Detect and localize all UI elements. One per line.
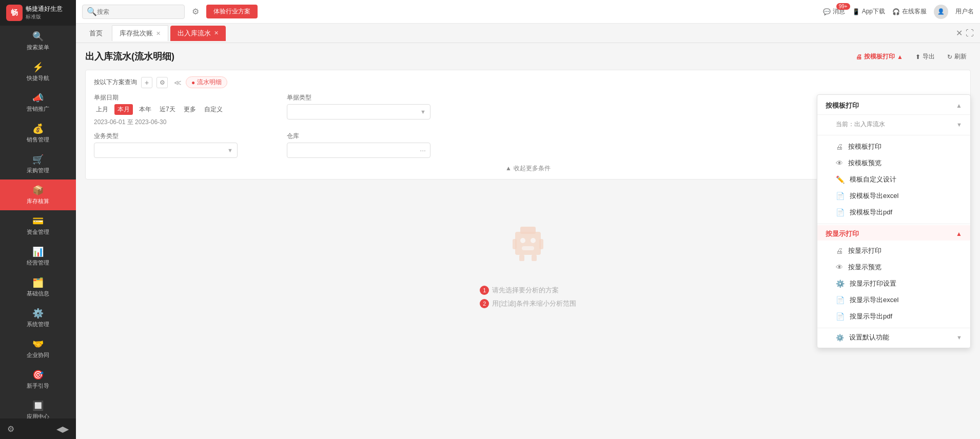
sidebar-item-inventory[interactable]: 📦 库存核算 [0, 179, 76, 210]
dropdown-item-display-print[interactable]: 🖨 按显示打印 [817, 243, 970, 259]
date-this-month[interactable]: 本月 [114, 104, 133, 115]
tab-batch-account-label: 库存批次账 [120, 29, 153, 38]
settings-icon[interactable]: ⚙ [7, 424, 14, 434]
topbar-gear-icon[interactable]: ⚙ [189, 7, 202, 16]
template-items-section: 🖨 按模板打印 👁 按模板预览 ✏️ 模板自定义设计 📄 按模板导出excel … [817, 136, 970, 223]
collab-icon: 🤝 [32, 338, 44, 350]
template-print-menu-label: 按模板打印 [848, 142, 881, 151]
filter-tag-icon: ● [191, 79, 195, 86]
sidebar-item-marketing[interactable]: 📣 营销推广 [0, 87, 76, 118]
date-last-month[interactable]: 上月 [94, 104, 110, 115]
export-icon: ⬆ [915, 53, 920, 61]
filter-tag-label: 流水明细 [197, 78, 222, 87]
date-label: 单据日期 [94, 93, 238, 102]
refresh-btn[interactable]: ↻ 刷新 [943, 50, 971, 63]
tab-batch-account-close[interactable]: ✕ [156, 30, 161, 37]
app-name: 畅捷通好生意 [26, 5, 63, 13]
page-actions: 🖨 按模板打印 ▲ ⬆ 导出 ↻ 刷新 [852, 50, 971, 63]
topbar-messages[interactable]: 💬 消息 99+ [823, 7, 845, 16]
guide-icon: 🎯 [32, 369, 44, 381]
search-input[interactable] [97, 8, 169, 15]
template-preview-icon: 👁 [836, 159, 843, 167]
sidebar-label-finance: 资金管理 [27, 228, 49, 236]
doc-type-select[interactable]: ▼ [287, 104, 430, 119]
dropdown-item-display-preview[interactable]: 👁 按显示预览 [817, 259, 970, 275]
date-more[interactable]: 更多 [182, 104, 198, 115]
industry-btn[interactable]: 体验行业方案 [206, 5, 258, 18]
username[interactable]: 用户名 [955, 7, 974, 16]
sidebar-label-operations: 经营管理 [27, 259, 49, 267]
dropdown-header-arrow[interactable]: ▲ [956, 102, 962, 109]
tab-close-all-btn[interactable]: ✕ [956, 28, 963, 38]
display-section-arrow[interactable]: ▲ [956, 230, 962, 237]
sidebar-item-quick-nav[interactable]: ⚡ 快捷导航 [0, 56, 76, 87]
user-avatar[interactable]: 👤 [934, 5, 948, 19]
tab-inout-flow[interactable]: 出入库流水 ✕ [170, 26, 226, 41]
date-7-days[interactable]: 近7天 [158, 104, 178, 115]
tab-batch-account[interactable]: 库存批次账 ✕ [112, 25, 168, 41]
filter-add-btn[interactable]: + [141, 77, 152, 88]
tab-home[interactable]: 首页 [82, 26, 110, 41]
template-pdf-label: 按模板导出pdf [850, 208, 892, 217]
dropdown-footer-item[interactable]: ⚙️ 设置默认功能 ▼ [817, 329, 970, 346]
tab-inout-flow-close[interactable]: ✕ [214, 30, 219, 36]
tab-maximize-btn[interactable]: ⛶ [966, 28, 974, 38]
date-this-year[interactable]: 本年 [137, 104, 153, 115]
inventory-icon: 📦 [32, 185, 44, 196]
sidebar-label-sales: 销售管理 [27, 136, 49, 144]
sidebar-item-purchase[interactable]: 🛒 采购管理 [0, 149, 76, 179]
sidebar-item-operations[interactable]: 📊 经营管理 [0, 241, 76, 272]
svg-rect-5 [513, 239, 517, 249]
dropdown-item-template-preview[interactable]: 👁 按模板预览 [817, 155, 970, 171]
dropdown-item-display-pdf[interactable]: 📄 按显示导出pdf [817, 308, 970, 325]
sidebar-item-basics[interactable]: 🗂️ 基础信息 [0, 272, 76, 303]
dropdown-item-template-excel[interactable]: 📄 按模板导出excel [817, 188, 970, 204]
sidebar-label-marketing: 营销推广 [27, 105, 49, 113]
tabbar-controls: ✕ ⛶ [956, 28, 974, 38]
filter-collapse-icon[interactable]: ≪ [174, 78, 182, 87]
sidebar-item-guide[interactable]: 🎯 新手引导 [0, 364, 76, 395]
dropdown-item-display-excel[interactable]: 📄 按显示导出excel [817, 292, 970, 308]
collapse-filter-btn[interactable]: ▲ 收起更多条件 [505, 164, 551, 173]
sidebar-item-sales[interactable]: 💰 销售管理 [0, 118, 76, 149]
topbar-app-download[interactable]: 📱 App下载 [852, 7, 885, 16]
dropdown-panel: 按模板打印 ▲ 当前：出入库流水 ▼ 🖨 按模板打印 👁 按模板预览 [817, 94, 971, 348]
sidebar-label-basics: 基础信息 [27, 290, 49, 297]
filter-doc-type-field: 单据类型 ▼ [287, 93, 430, 119]
sidebar-item-apps[interactable]: 🔲 应用中心 [0, 395, 76, 418]
doc-type-arrow-icon: ▼ [420, 109, 426, 115]
sidebar-item-finance[interactable]: 💳 资金管理 [0, 210, 76, 241]
service-label: 在线客服 [902, 7, 927, 16]
sidebar-item-system[interactable]: ⚙️ 系统管理 [0, 303, 76, 333]
logo-icon: 畅 [6, 5, 23, 21]
page-title: 出入库流水(流水明细) [85, 50, 971, 63]
app-logo: 畅 畅捷通好生意 标准版 [0, 0, 76, 26]
date-shortcuts: 上月 本月 本年 近7天 更多 自定义 [94, 104, 238, 115]
dropdown-item-template-custom[interactable]: ✏️ 模板自定义设计 [817, 171, 970, 188]
system-icon: ⚙️ [32, 308, 44, 319]
dropdown-item-display-settings[interactable]: ⚙️ 按显示打印设置 [817, 275, 970, 292]
collapse-sidebar-icon[interactable]: ◀▶ [56, 424, 69, 434]
filter-settings-btn[interactable]: ⚙ [156, 77, 168, 88]
dropdown-item-template-pdf[interactable]: 📄 按模板导出pdf [817, 204, 970, 221]
biz-type-select[interactable]: ▼ [94, 143, 238, 158]
template-preview-label: 按模板预览 [848, 158, 881, 168]
svg-rect-4 [522, 246, 534, 250]
template-print-btn[interactable]: 🖨 按模板打印 ▲ [852, 50, 907, 63]
topbar-search-icon: 🔍 [87, 7, 97, 16]
topbar-search-box[interactable]: 🔍 [82, 5, 185, 19]
empty-state-icon [502, 216, 554, 277]
dropdown-current-section: 当前：出入库流水 ▼ [817, 115, 970, 134]
export-btn[interactable]: ⬆ 导出 [911, 50, 939, 63]
date-custom[interactable]: 自定义 [202, 104, 225, 115]
warehouse-select[interactable]: ··· [287, 143, 430, 158]
dropdown-item-template-print[interactable]: 🖨 按模板打印 [817, 138, 970, 155]
template-custom-label: 模板自定义设计 [850, 175, 896, 184]
topbar-service[interactable]: 🎧 在线客服 [892, 7, 927, 16]
filter-warehouse-field: 仓库 ··· [287, 132, 430, 158]
sidebar-label-purchase: 采购管理 [27, 167, 49, 174]
sidebar-footer: ⚙ ◀▶ [0, 418, 76, 439]
sidebar-item-collab[interactable]: 🤝 企业协同 [0, 333, 76, 364]
sidebar-item-search-menu[interactable]: 🔍 搜索菜单 [0, 26, 76, 56]
svg-point-2 [520, 238, 525, 243]
